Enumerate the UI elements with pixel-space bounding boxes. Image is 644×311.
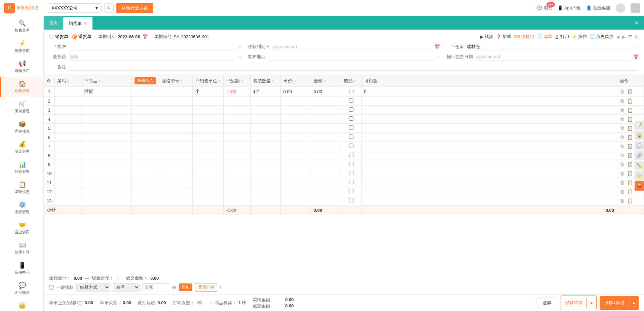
- sidebar-item-cooperation[interactable]: 🤝 企业协同: [0, 218, 43, 238]
- copy-row-3-icon[interactable]: 📋: [627, 107, 633, 113]
- copy-row-10-icon[interactable]: 📋: [627, 171, 633, 176]
- copy-row-4-icon[interactable]: 📋: [627, 116, 633, 122]
- delete-row-3-icon[interactable]: 🗑: [620, 107, 624, 113]
- customer-dots-btn[interactable]: ···: [238, 44, 241, 49]
- row-pkg-qty-11[interactable]: [250, 178, 280, 187]
- row-amount-1[interactable]: 0.00: [311, 87, 341, 96]
- avatar[interactable]: [616, 3, 625, 13]
- row-qty-9[interactable]: [223, 160, 250, 169]
- copy-row-2-icon[interactable]: 📋: [627, 98, 633, 104]
- gift-checkbox-1[interactable]: [349, 89, 353, 93]
- row-gift-8[interactable]: [341, 151, 361, 160]
- copy-row-9-icon[interactable]: 📋: [627, 162, 633, 167]
- copy-row-12-icon[interactable]: 📋: [627, 189, 633, 194]
- row-goods-4[interactable]: [81, 115, 132, 124]
- row-barcode-11[interactable]: [54, 178, 81, 187]
- row-unit-12[interactable]: [193, 187, 223, 196]
- copy-row-6-icon[interactable]: 📋: [627, 134, 633, 140]
- gift-checkbox-8[interactable]: [349, 153, 353, 157]
- calendar-icon[interactable]: 📅: [142, 34, 148, 39]
- float-btn-4[interactable]: 🔗: [635, 151, 644, 160]
- salesperson-input[interactable]: [68, 53, 236, 61]
- row-goods-6[interactable]: [81, 133, 132, 142]
- expected-date-input[interactable]: [475, 53, 631, 61]
- company-selector[interactable]: XXXXXX公司 ▾: [48, 3, 102, 13]
- warehouse-input[interactable]: [465, 43, 633, 50]
- message-btn[interactable]: 💬 消息 99+: [537, 5, 552, 11]
- expected-date-calendar-icon[interactable]: 📅: [633, 54, 639, 60]
- row-qty-7[interactable]: [223, 142, 250, 151]
- sort-pkg-icon[interactable]: ⇅: [271, 79, 274, 83]
- row-gift-13[interactable]: [341, 196, 361, 205]
- delete-row-4-icon[interactable]: 🗑: [620, 116, 624, 122]
- copy-row-13-icon[interactable]: 📋: [627, 198, 633, 203]
- row-qty-6[interactable]: [223, 133, 250, 142]
- row-goods-8[interactable]: [81, 151, 132, 160]
- sidebar-item-sales[interactable]: 🏠 销售管理: [0, 77, 43, 97]
- row-pkg-qty-13[interactable]: [250, 196, 280, 205]
- row-unit-8[interactable]: [193, 151, 223, 160]
- sort-unit-icon[interactable]: ⇅: [218, 79, 221, 83]
- row-price-12[interactable]: [280, 187, 311, 196]
- sidebar-item-operations[interactable]: 📊 经营管理: [0, 157, 43, 178]
- sort-barcode-icon[interactable]: ⇅: [67, 79, 69, 83]
- row-pkg-qty-5[interactable]: [250, 124, 280, 133]
- th-gear[interactable]: ⚙: [44, 75, 54, 87]
- row-goods-1[interactable]: 拆货: [81, 87, 132, 96]
- sidebar-item-wechat[interactable]: 💬 企业微信: [0, 278, 43, 299]
- row-unit-2[interactable]: [193, 96, 223, 106]
- row-pkg-qty-9[interactable]: [250, 160, 280, 169]
- delete-row-8-icon[interactable]: 🗑: [620, 153, 624, 158]
- gift-checkbox-12[interactable]: [349, 189, 353, 193]
- row-unit-6[interactable]: [193, 133, 223, 142]
- save-new-button[interactable]: 保存&新增 ▲: [600, 296, 639, 310]
- copy-row-7-icon[interactable]: 📋: [627, 144, 633, 149]
- row-pkg-qty-1[interactable]: 1个: [250, 87, 280, 96]
- row-goods-12[interactable]: [81, 187, 132, 196]
- float-btn-6[interactable]: ⭐: [635, 171, 644, 181]
- row-barcode-2[interactable]: [54, 96, 81, 106]
- settlement-select[interactable]: 结算方式: [76, 283, 110, 291]
- delete-row-2-icon[interactable]: 🗑: [620, 98, 624, 104]
- row-gift-5[interactable]: [341, 124, 361, 133]
- row-gift-11[interactable]: [341, 178, 361, 187]
- row-goods-5[interactable]: [81, 124, 132, 133]
- row-unit-10[interactable]: [193, 169, 223, 178]
- scan-button[interactable]: 扫码录入: [135, 77, 156, 84]
- gift-checkbox-3[interactable]: [349, 107, 353, 112]
- customer-address-input[interactable]: [267, 53, 434, 61]
- gift-checkbox-2[interactable]: [349, 98, 353, 103]
- row-amount-8[interactable]: [311, 151, 341, 160]
- row-spec-6[interactable]: [159, 133, 193, 142]
- row-goods-3[interactable]: [81, 106, 132, 115]
- save-new-arrow-icon[interactable]: ▲: [629, 298, 639, 307]
- radio-return[interactable]: 退货单: [72, 34, 91, 40]
- warehouse-dots-btn[interactable]: ···: [635, 44, 639, 49]
- sort-gift-icon[interactable]: ⇅: [353, 79, 356, 83]
- row-gift-3[interactable]: [341, 106, 361, 115]
- online-service-btn[interactable]: 👤 在线客服: [586, 5, 610, 11]
- row-price-11[interactable]: [280, 178, 311, 187]
- row-goods-10[interactable]: [81, 169, 132, 178]
- nav-prev-icon[interactable]: ◀: [616, 34, 619, 39]
- gift-checkbox-7[interactable]: [349, 144, 353, 148]
- row-gift-9[interactable]: [341, 160, 361, 169]
- float-btn-2[interactable]: 🔒: [635, 131, 644, 140]
- row-barcode-1[interactable]: [54, 87, 81, 96]
- row-barcode-9[interactable]: [54, 160, 81, 169]
- row-spec-10[interactable]: [159, 169, 193, 178]
- print-btn[interactable]: 🖨 打印: [555, 34, 569, 40]
- copy-row-5-icon[interactable]: 📋: [627, 125, 633, 131]
- row-price-3[interactable]: [280, 106, 311, 115]
- row-pkg-qty-6[interactable]: [250, 133, 280, 142]
- row-spec-11[interactable]: [159, 178, 193, 187]
- delete-row-7-icon[interactable]: 🗑: [620, 144, 624, 149]
- row-unit-7[interactable]: [193, 142, 223, 151]
- row-amount-3[interactable]: [311, 106, 341, 115]
- customer-address-dots-btn[interactable]: ···: [437, 54, 440, 59]
- row-unit-5[interactable]: [193, 124, 223, 133]
- delete-row-12-icon[interactable]: 🗑: [620, 189, 624, 194]
- row-gift-12[interactable]: [341, 187, 361, 196]
- row-barcode-12[interactable]: [54, 187, 81, 196]
- row-spec-2[interactable]: [159, 96, 193, 106]
